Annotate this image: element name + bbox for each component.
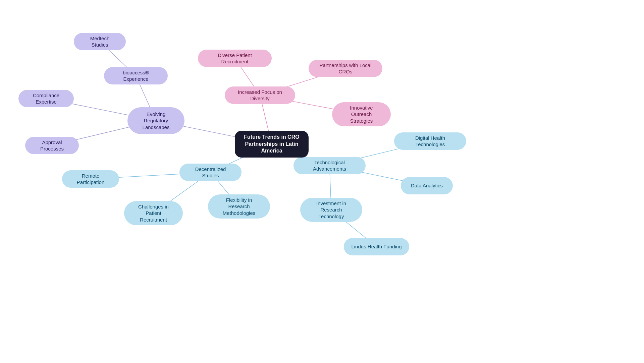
node-increased_focus: Increased Focus on Diversity	[225, 86, 295, 104]
node-challenges: Challenges in Patient Recruitment	[124, 201, 183, 225]
node-investment: Investment in Research Technology	[300, 198, 362, 222]
node-medtech: Medtech Studies	[74, 33, 126, 50]
mindmap-container: Evolving Regulatory Landscapesbioaccess®…	[0, 0, 644, 363]
node-remote: Remote Participation	[62, 170, 119, 188]
node-approval: Approval Processes	[25, 137, 79, 154]
node-evolving_regulatory: Evolving Regulatory Landscapes	[127, 107, 184, 134]
node-lindus: Lindus Health Funding	[344, 238, 409, 255]
node-bioaccess: bioaccess® Experience	[104, 67, 168, 84]
node-technological: Technological Advancements	[293, 157, 366, 174]
node-digital_health: Digital Health Technologies	[394, 132, 466, 150]
node-flexibility: Flexibility in Research Methodologies	[208, 194, 270, 219]
node-decentralized: Decentralized Studies	[179, 164, 241, 181]
node-diverse_patient: Diverse Patient Recruitment	[198, 50, 272, 67]
node-innovative_outreach: Innovative Outreach Strategies	[332, 102, 391, 126]
node-compliance: Compliance Expertise	[18, 90, 74, 107]
node-partnerships: Partnerships with Local CROs	[309, 60, 382, 77]
node-center: Future Trends in CRO Partnerships in Lat…	[235, 131, 309, 158]
node-data_analytics: Data Analytics	[401, 177, 453, 194]
